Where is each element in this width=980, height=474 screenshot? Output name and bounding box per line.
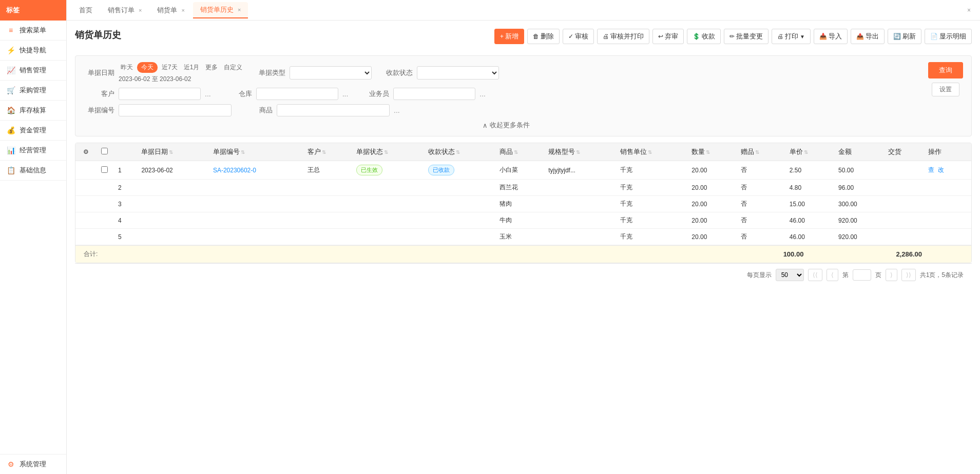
date-more[interactable]: 更多 <box>203 62 220 73</box>
page-content: 销货单历史 + 新增 🗑 删除 ✓ 审核 🖨 审核并打印 <box>67 21 980 474</box>
sidebar-item-sales-mgmt[interactable]: 📈 销售管理 <box>0 61 66 81</box>
order-link-1[interactable]: SA-20230602-0 <box>213 167 256 174</box>
filter-date: 单据日期 昨天 今天 近7天 近1月 更多 自定义 2 <box>84 62 244 84</box>
doc-type-select[interactable] <box>290 66 372 80</box>
sidebar-item-label: 经营管理 <box>20 146 46 155</box>
table-row: 4 牛肉 千克 20.00 否 46.00 920.00 <box>75 212 971 229</box>
sidebar-item-operations[interactable]: 📊 经营管理 <box>0 141 66 161</box>
col-price[interactable]: 单价⇅ <box>784 143 833 161</box>
col-docstatus[interactable]: 单据状态⇅ <box>351 143 423 161</box>
customer-dots[interactable]: ... <box>205 90 211 98</box>
last-page-btn[interactable]: ⟩⟩ <box>901 269 916 281</box>
sidebar-item-system[interactable]: ⚙ 系统管理 <box>0 455 66 474</box>
col-check <box>96 143 113 161</box>
date-yesterday[interactable]: 昨天 <box>119 62 135 73</box>
col-date[interactable]: 单据日期⇅ <box>136 143 208 161</box>
sort-price-icon: ⇅ <box>804 149 808 155</box>
col-trans: 交货 <box>883 143 923 161</box>
tab-sales-history[interactable]: 销货单历史 × <box>193 2 248 18</box>
audit-button[interactable]: ✓ 审核 <box>563 29 594 44</box>
col-orderno[interactable]: 单据编号⇅ <box>208 143 302 161</box>
sidebar-item-purchase-mgmt[interactable]: 🛒 采购管理 <box>0 81 66 101</box>
next-page-btn[interactable]: ⟩ <box>886 269 897 281</box>
select-all-checkbox[interactable] <box>101 148 108 154</box>
row-num-4: 4 <box>113 212 136 229</box>
close-all-tabs[interactable]: × <box>963 5 975 16</box>
row-gift-4: 否 <box>736 212 784 229</box>
tab-sales-goods[interactable]: 销货单 × <box>150 3 191 18</box>
date-custom[interactable]: 自定义 <box>222 62 244 73</box>
date-today[interactable]: 今天 <box>137 62 158 73</box>
abandon-button[interactable]: ↩ 弃审 <box>652 29 684 44</box>
collect-icon: 💲 <box>693 33 700 40</box>
row-unit-1: 千克 <box>615 161 687 180</box>
batch-change-button[interactable]: ✏ 批量变更 <box>724 29 768 44</box>
collect-button[interactable]: 💲 收款 <box>687 29 721 44</box>
date-group: 昨天 今天 近7天 近1月 更多 自定义 2023-06-02 至 2023-0… <box>119 62 244 84</box>
col-paystatus[interactable]: 收款状态⇅ <box>423 143 495 161</box>
import-button[interactable]: 📥 导入 <box>814 29 848 44</box>
row-price-3: 15.00 <box>784 196 833 212</box>
sidebar-item-finance[interactable]: 💰 资金管理 <box>0 121 66 141</box>
col-unit[interactable]: 销售单位⇅ <box>615 143 687 161</box>
customer-input[interactable] <box>119 88 201 100</box>
warehouse-input[interactable] <box>256 88 338 100</box>
show-detail-button[interactable]: 📄 显示明细 <box>925 29 972 44</box>
col-gift[interactable]: 赠品⇅ <box>736 143 784 161</box>
warehouse-dots[interactable]: ... <box>342 90 349 98</box>
close-tab-sales-order[interactable]: × <box>139 7 142 13</box>
col-qty[interactable]: 数量⇅ <box>686 143 735 161</box>
row-checkbox-1[interactable] <box>101 166 108 173</box>
delete-button[interactable]: 🗑 删除 <box>527 29 560 44</box>
customer-label: 客户 <box>84 89 114 98</box>
date-label: 单据日期 <box>84 68 114 77</box>
row-price-4: 46.00 <box>784 212 833 229</box>
date-7days[interactable]: 近7天 <box>160 62 180 73</box>
pay-status-badge-1: 已收款 <box>428 165 454 175</box>
goods-dots[interactable]: ... <box>394 106 400 114</box>
close-tab-sales-history[interactable]: × <box>238 7 241 13</box>
sidebar-item-search-menu[interactable]: ≡ 搜索菜单 <box>0 21 66 41</box>
col-spec[interactable]: 规格型号⇅ <box>543 143 615 161</box>
setting-button[interactable]: 设置 <box>932 83 959 96</box>
sidebar-item-basic-info[interactable]: 📋 基础信息 <box>0 161 66 181</box>
audit-print-button[interactable]: 🖨 审核并打印 <box>597 29 649 44</box>
refresh-button[interactable]: 🔄 刷新 <box>888 29 921 44</box>
sidebar-item-inventory[interactable]: 🏠 库存核算 <box>0 101 66 121</box>
tab-home[interactable]: 首页 <box>72 3 100 18</box>
home-icon: 🏠 <box>6 106 15 115</box>
page-input[interactable]: 1 <box>853 269 871 281</box>
close-tab-sales-goods[interactable]: × <box>181 7 184 13</box>
sidebar-item-label: 快捷导航 <box>20 46 46 55</box>
query-button[interactable]: 查询 <box>928 62 963 78</box>
tab-sales-order[interactable]: 销售订单 × <box>101 3 149 18</box>
sidebar-item-quick-nav[interactable]: ⚡ 快捷导航 <box>0 41 66 61</box>
print-button[interactable]: 🖨 打印 ▼ <box>772 29 811 44</box>
sidebar-logo: 标签 <box>0 0 66 21</box>
col-gear[interactable]: ⚙ <box>75 143 96 161</box>
col-action: 操作 <box>923 143 971 161</box>
staff-input[interactable] <box>393 88 475 100</box>
action-edit-1[interactable]: 改 <box>938 166 944 173</box>
row-goods-5: 玉米 <box>494 229 543 245</box>
first-page-btn[interactable]: ⟨⟨ <box>808 269 822 281</box>
table-header: ⚙ 单据日期⇅ 单据编号⇅ 客户⇅ 单据状态⇅ 收款状态⇅ 商品⇅ 规格型号⇅ … <box>75 143 971 161</box>
row-num-5: 5 <box>113 229 136 245</box>
collapse-filter-button[interactable]: ∧ 收起更多条件 <box>84 121 928 130</box>
add-button[interactable]: + 新增 <box>494 29 524 44</box>
col-customer[interactable]: 客户⇅ <box>302 143 351 161</box>
action-view-1[interactable]: 查 <box>928 166 934 173</box>
row-orderno-1[interactable]: SA-20230602-0 <box>208 161 302 180</box>
per-page-select[interactable]: 50 20 100 <box>776 269 804 281</box>
export-button[interactable]: 📤 导出 <box>851 29 885 44</box>
pay-status-select[interactable] <box>417 66 499 80</box>
date-1month[interactable]: 近1月 <box>182 62 202 73</box>
row-date-1: 2023-06-02 <box>136 161 208 180</box>
cart-icon: 🛒 <box>6 86 15 95</box>
col-goods[interactable]: 商品⇅ <box>494 143 543 161</box>
prev-page-btn[interactable]: ⟨ <box>827 269 838 281</box>
goods-input[interactable] <box>277 104 390 116</box>
print-dropdown-icon: ▼ <box>800 34 805 40</box>
order-no-input[interactable] <box>119 104 232 116</box>
staff-dots[interactable]: ... <box>479 90 486 98</box>
